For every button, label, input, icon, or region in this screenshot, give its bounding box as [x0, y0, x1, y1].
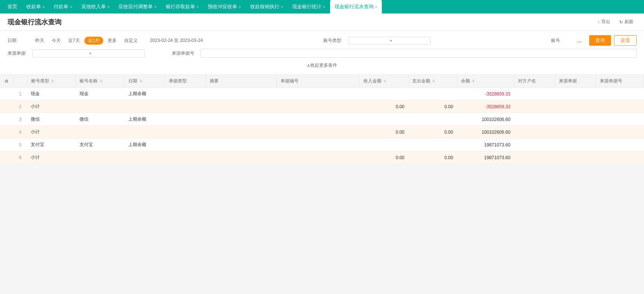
cell-summary-3 [206, 126, 276, 139]
nav-payment-close[interactable]: × [70, 0, 72, 13]
nav-ap-adjust-close[interactable]: × [154, 0, 156, 13]
table-header-row: ⚙ 账号类型 ⇅ 账号名称 ⇅ 日期 ⇅ 单据类型 摘要 单据编号 收入金额 ⇅… [0, 75, 644, 88]
cell-source-doc-3 [555, 126, 596, 139]
date-btn-custom[interactable]: 自定义 [121, 37, 141, 45]
cell-doc-no-5 [276, 151, 359, 164]
cell-summary-4 [206, 139, 276, 151]
nav-cash-bank-flow[interactable]: 现金银行流水查询 × [330, 0, 382, 13]
cell-account-type-0: 现金 [27, 88, 76, 100]
cell-balance-4: 19871073.60 [457, 139, 514, 151]
cell-account-name-0: 现金 [76, 88, 125, 100]
nav-cash-bank-stat[interactable]: 现金银行统计 × [288, 0, 330, 13]
source-doc-no-label: 来源单据号 [172, 50, 194, 57]
cell-income-0 [359, 88, 408, 100]
nav-collect-verify-close[interactable]: × [281, 0, 283, 13]
cell-gear-4 [0, 139, 14, 151]
cell-account-name-2: 微信 [76, 113, 125, 126]
cell-expense-4 [408, 139, 457, 151]
nav-other-income-close[interactable]: × [107, 0, 110, 13]
cell-rownum-3: 4 [14, 126, 27, 139]
refresh-button[interactable]: ↻ 刷新 [616, 17, 636, 27]
nav-cash-bank-stat-close[interactable]: × [323, 0, 325, 13]
nav-other-income[interactable]: 其他收入单 × [77, 0, 114, 13]
top-nav: 首页 收款单 × 付款单 × 其他收入单 × 应收应付调整单 × 银行存取款单 … [0, 0, 644, 13]
cell-rownum-0: 1 [14, 88, 27, 100]
col-header-doc-type: 单据类型 [165, 75, 206, 88]
col-header-summary: 摘要 [206, 75, 276, 88]
cell-income-5: 0.00 [359, 151, 408, 164]
col-header-date[interactable]: 日期 ⇅ [125, 75, 165, 88]
nav-cash-bank-stat-label: 现金银行统计 [292, 0, 321, 13]
nav-advance-offset[interactable]: 预收冲应收单 × [203, 0, 245, 13]
nav-payment-label: 付款单 [54, 0, 68, 13]
cell-doc-no-3 [276, 126, 359, 139]
cell-rownum-4: 5 [14, 139, 27, 151]
cell-balance-0: -3528659.33 [457, 88, 514, 100]
col-header-source-doc: 来源单据 [555, 75, 596, 88]
nav-home[interactable]: 首页 [3, 0, 22, 13]
cell-account-type-1: 小计 [27, 100, 76, 113]
nav-ap-adjust[interactable]: 应收应付调整单 × [114, 0, 161, 13]
account-type-label: 账号类型 [323, 37, 342, 44]
nav-advance-offset-close[interactable]: × [239, 0, 241, 13]
cell-balance-5: 19871073.60 [457, 151, 514, 164]
page-header: 现金银行流水查询 ↑ 导出 ↻ 刷新 [0, 13, 644, 31]
cell-account-type-4: 支付宝 [27, 139, 76, 151]
date-filter-label: 日期 [8, 37, 26, 44]
query-button[interactable]: 查询 [589, 35, 611, 46]
table-row: 1 现金 现金 上期余额 -3528659.33 [0, 88, 644, 100]
cell-expense-1: 0.00 [408, 100, 457, 113]
export-button[interactable]: ↑ 导出 [594, 17, 613, 27]
col-header-gear[interactable]: ⚙ [0, 75, 14, 88]
data-table-container: ⚙ 账号类型 ⇅ 账号名称 ⇅ 日期 ⇅ 单据类型 摘要 单据编号 收入金额 ⇅… [0, 75, 644, 164]
date-btn-yesterday[interactable]: 昨天 [32, 37, 47, 45]
filter-row-date: 日期 昨天 今天 近7天 近1月 更多 自定义 2023-02-24 至 202… [8, 35, 636, 46]
date-btn-1month[interactable]: 近1月 [84, 37, 104, 45]
nav-cash-bank-flow-close[interactable]: × [375, 0, 377, 13]
cell-summary-1 [206, 100, 276, 113]
cell-counterpart-4 [514, 139, 555, 151]
source-doc-arrow-icon: ▾ [89, 51, 141, 55]
cell-summary-5 [206, 151, 276, 164]
cell-summary-2 [206, 113, 276, 126]
col-header-account-name[interactable]: 账号名称 ⇅ [76, 75, 125, 88]
nav-receipt-close[interactable]: × [42, 0, 45, 13]
cell-date-0: 上期余额 [125, 88, 165, 100]
nav-payment[interactable]: 付款单 × [49, 0, 77, 13]
account-type-select[interactable]: ▾ [348, 37, 431, 45]
cell-source-doc-no-1 [596, 100, 644, 113]
setting-button[interactable]: 设置 [614, 35, 636, 46]
cell-account-name-3 [76, 126, 125, 139]
col-header-expense[interactable]: 支出金额 ⇅ [408, 75, 457, 88]
source-doc-no-group [200, 49, 636, 58]
action-buttons: 查询 设置 [589, 35, 636, 46]
nav-bank-deposit[interactable]: 银行存取款单 × [161, 0, 203, 13]
nav-other-income-label: 其他收入单 [81, 0, 106, 13]
cell-gear-3 [0, 126, 14, 139]
col-header-balance[interactable]: 余额 ⇅ [457, 75, 514, 88]
collapse-label: 收起更多条件 [310, 62, 337, 69]
account-dots-button[interactable]: ... [576, 36, 583, 45]
nav-collect-verify[interactable]: 收款核销执行 × [246, 0, 288, 13]
header-actions: ↑ 导出 ↻ 刷新 [594, 17, 636, 27]
date-btn-7days[interactable]: 近7天 [65, 37, 83, 45]
date-btn-today[interactable]: 今天 [49, 37, 64, 45]
source-doc-select[interactable]: ▾ [32, 49, 145, 57]
cell-doc-type-5 [165, 151, 206, 164]
cell-counterpart-2 [514, 113, 555, 126]
col-header-income[interactable]: 收入金额 ⇅ [359, 75, 408, 88]
cell-source-doc-4 [555, 139, 596, 151]
cell-income-4 [359, 139, 408, 151]
refresh-label: 刷新 [624, 19, 633, 25]
col-header-doc-no: 单据编号 [276, 75, 359, 88]
nav-receipt[interactable]: 收款单 × [22, 0, 49, 13]
date-btn-more[interactable]: 更多 [105, 37, 120, 45]
col-header-account-type[interactable]: 账号类型 ⇅ [27, 75, 76, 88]
source-doc-no-input[interactable] [200, 49, 636, 58]
cell-income-1: 0.00 [359, 100, 408, 113]
cell-gear-2 [0, 113, 14, 126]
nav-bank-deposit-close[interactable]: × [197, 0, 199, 13]
col-header-rownum [14, 75, 27, 88]
cell-date-5 [125, 151, 165, 164]
collapse-more-button[interactable]: ∧ 收起更多条件 [8, 61, 636, 70]
